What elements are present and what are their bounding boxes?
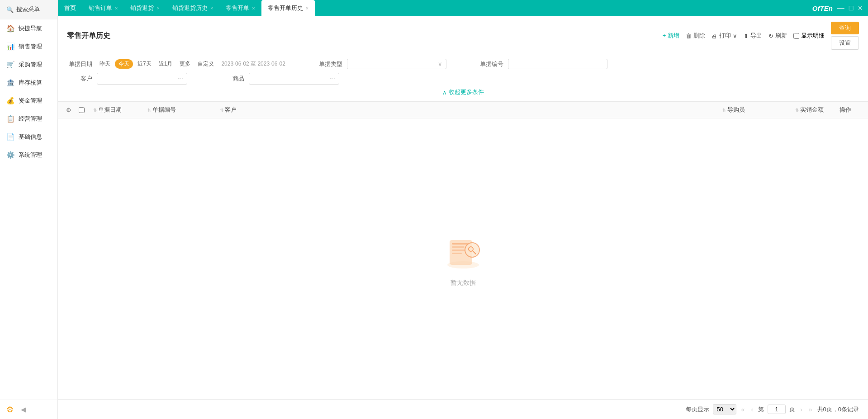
add-button[interactable]: + 新增 xyxy=(663,32,679,40)
sidebar-item-finance[interactable]: 💰 资金管理 xyxy=(0,92,57,110)
table-settings-icon[interactable]: ⚙ xyxy=(62,107,75,113)
sidebar-item-sales[interactable]: 📊 销售管理 xyxy=(0,38,57,56)
bill-num-input[interactable] xyxy=(508,59,607,69)
date-btn-more[interactable]: 更多 xyxy=(177,59,193,69)
svg-rect-4 xyxy=(452,250,465,251)
tab-sales-return-history[interactable]: 销货退货历史 × xyxy=(166,0,219,16)
svg-rect-2 xyxy=(452,243,468,245)
tab-sales-return-close[interactable]: × xyxy=(157,5,159,11)
date-btn-1month[interactable]: 近1月 xyxy=(156,59,175,69)
print-button[interactable]: 🖨 打印 ∨ xyxy=(711,32,737,40)
sidebar-item-label: 快捷导航 xyxy=(19,24,42,33)
query-button[interactable]: 查询 xyxy=(831,22,859,34)
sidebar: 🔍 搜索采单 🏠 快捷导航 📊 销售管理 🛒 采购管理 🏦 库存核算 💰 资金管… xyxy=(0,0,58,419)
page-header: 零售开单历史 + 新增 🗑 删除 🖨 打印 ∨ ⬆ xyxy=(58,16,868,101)
sidebar-item-inventory[interactable]: 🏦 库存核算 xyxy=(0,74,57,92)
export-button-label: 导出 xyxy=(750,32,762,40)
bill-type-label: 单据类型 xyxy=(317,60,342,68)
sales-icon: 📊 xyxy=(6,42,15,51)
th-date[interactable]: ⇅ 单据日期 xyxy=(90,106,144,114)
sidebar-item-label: 经营管理 xyxy=(19,115,42,123)
customer-dots[interactable]: ··· xyxy=(177,75,183,83)
setting-button[interactable]: 设置 xyxy=(831,36,859,50)
tab-retail-open-close[interactable]: × xyxy=(252,5,255,11)
goods-select[interactable]: ··· xyxy=(249,73,339,85)
th-sort-icon: ⇅ xyxy=(93,108,97,113)
page-title-row: 零售开单历史 + 新增 🗑 删除 🖨 打印 ∨ ⬆ xyxy=(67,22,859,54)
search-icon: 🔍 xyxy=(6,6,14,13)
per-page-select[interactable]: 50 10 20 100 xyxy=(713,404,736,414)
last-page-btn[interactable]: » xyxy=(807,406,814,413)
inventory-icon: 🏦 xyxy=(6,79,15,87)
brand-label: OfTEn xyxy=(812,5,833,12)
tab-retail-history-close[interactable]: × xyxy=(306,5,308,11)
first-page-btn[interactable]: « xyxy=(740,406,746,413)
tab-retail-open-label: 零售开单 xyxy=(226,4,249,12)
bill-num-label: 单据编号 xyxy=(478,60,503,68)
bill-type-select[interactable]: ∨ xyxy=(347,59,446,69)
th-amount[interactable]: ⇅ 实销金额 xyxy=(773,106,827,114)
refresh-button[interactable]: ↻ 刷新 xyxy=(768,32,787,40)
display-detail-checkbox[interactable] xyxy=(793,33,799,39)
customer-select[interactable]: ··· xyxy=(97,73,187,85)
sidebar-item-basic[interactable]: 📄 基础信息 xyxy=(0,128,57,146)
collapse-sidebar-icon[interactable]: ◀ xyxy=(21,405,26,414)
content-area: 零售开单历史 + 新增 🗑 删除 🖨 打印 ∨ ⬆ xyxy=(58,16,868,419)
tab-sales-order[interactable]: 销售订单 × xyxy=(82,0,124,16)
th-guide-sort-icon: ⇅ xyxy=(722,108,726,113)
minimize-btn[interactable]: — xyxy=(837,4,844,12)
sidebar-item-quick-nav[interactable]: 🏠 快捷导航 xyxy=(0,19,57,38)
page-suffix-label: 页 xyxy=(789,405,795,414)
table-checkbox-all[interactable] xyxy=(75,107,90,113)
tab-sales-return-label: 销货退货 xyxy=(130,4,154,12)
collapse-filter-btn[interactable]: ∧ 收起更多条件 xyxy=(442,88,484,96)
page-prefix-label: 第 xyxy=(758,405,764,414)
date-btn-yesterday[interactable]: 昨天 xyxy=(97,59,113,69)
tab-retail-history[interactable]: 零售开单历史 × xyxy=(261,0,315,16)
delete-button-label: 删除 xyxy=(693,32,705,40)
close-btn[interactable]: × xyxy=(858,4,863,13)
print-button-label: 打印 xyxy=(719,32,731,40)
next-page-btn[interactable]: › xyxy=(799,406,804,413)
export-icon: ⬆ xyxy=(744,33,749,39)
maximize-btn[interactable]: □ xyxy=(849,4,854,12)
empty-state: 暂无数据 xyxy=(58,118,868,399)
sidebar-item-purchase[interactable]: 🛒 采购管理 xyxy=(0,56,57,74)
th-date-label: 单据日期 xyxy=(98,106,122,114)
operations-icon: 📋 xyxy=(6,115,15,123)
sidebar-item-label: 库存核算 xyxy=(19,79,42,87)
display-detail-toggle[interactable]: 显示明细 xyxy=(793,32,825,40)
tab-retail-open[interactable]: 零售开单 × xyxy=(219,0,261,16)
tab-sales-return-history-close[interactable]: × xyxy=(210,5,213,11)
th-guide[interactable]: ⇅ 导购员 xyxy=(719,106,773,114)
sidebar-search-label: 搜索采单 xyxy=(16,5,40,14)
th-amount-sort-icon: ⇅ xyxy=(795,108,799,113)
tab-sales-order-label: 销售订单 xyxy=(89,4,112,12)
tab-sales-order-close[interactable]: × xyxy=(115,5,118,11)
th-num[interactable]: ⇅ 单据编号 xyxy=(144,106,216,114)
settings-bottom-icon[interactable]: ⚙ xyxy=(6,405,14,414)
sidebar-item-system[interactable]: ⚙️ 系统管理 xyxy=(0,146,57,164)
page-title: 零售开单历史 xyxy=(67,31,110,41)
th-customer-label: 客户 xyxy=(225,106,237,114)
th-customer-sort-icon: ⇅ xyxy=(220,108,223,113)
select-all-checkbox[interactable] xyxy=(79,107,85,113)
display-detail-label: 显示明细 xyxy=(801,32,825,40)
prev-page-btn[interactable]: ‹ xyxy=(749,406,754,413)
date-btn-custom[interactable]: 自定义 xyxy=(195,59,217,69)
sidebar-item-operations[interactable]: 📋 经营管理 xyxy=(0,110,57,128)
tab-retail-history-label: 零售开单历史 xyxy=(268,4,303,12)
tab-sales-return[interactable]: 销货退货 × xyxy=(124,0,166,16)
date-btn-today[interactable]: 今天 xyxy=(115,59,133,69)
table-area: ⚙ ⇅ 单据日期 ⇅ 单据编号 ⇅ 客户 ⇅ 导购员 xyxy=(58,101,868,419)
date-btn-7days[interactable]: 近7天 xyxy=(135,59,154,69)
page-number-input[interactable] xyxy=(768,405,786,414)
tab-home[interactable]: 首页 xyxy=(58,0,82,16)
filter-area: 单据日期 昨天 今天 近7天 近1月 更多 自定义 2023-06-02 至 2… xyxy=(67,54,859,101)
goods-dots[interactable]: ··· xyxy=(329,75,335,83)
delete-button[interactable]: 🗑 删除 xyxy=(686,32,705,40)
th-customer[interactable]: ⇅ 客户 xyxy=(216,106,719,114)
export-button[interactable]: ⬆ 导出 xyxy=(744,32,762,40)
sidebar-search[interactable]: 🔍 搜索采单 xyxy=(0,0,57,19)
main-area: 首页 销售订单 × 销货退货 × 销货退货历史 × 零售开单 × 零售开单历史 … xyxy=(58,0,868,419)
